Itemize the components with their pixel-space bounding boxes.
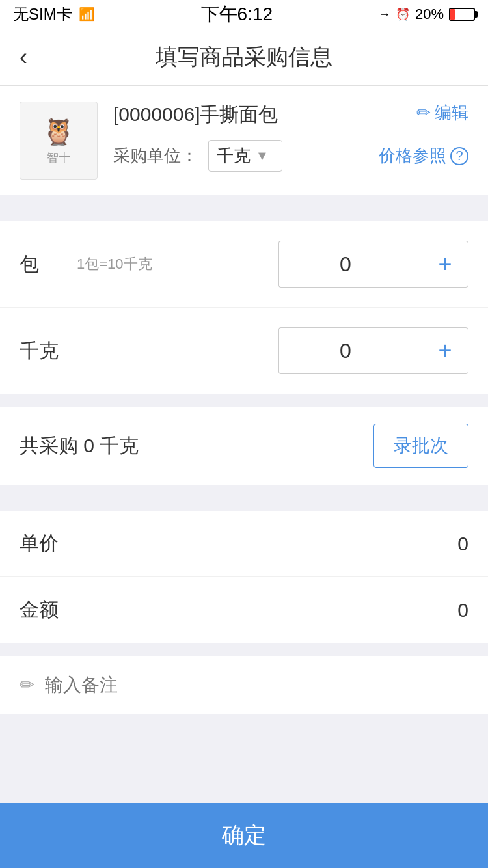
- unit-price-label: 单价: [20, 530, 59, 557]
- kg-input-group: +: [278, 327, 468, 374]
- price-ref-label: 价格参照: [379, 144, 446, 167]
- price-ref-help-icon: ?: [450, 147, 468, 165]
- edit-label: 编辑: [435, 102, 468, 124]
- product-owl-icon: 🦉: [42, 116, 75, 147]
- remark-pencil-icon: ✏: [20, 674, 34, 696]
- product-image: 🦉 智十: [20, 102, 98, 180]
- product-info: [0000006]手撕面包 ✏ 编辑 采购单位： 千克 ▼ 价格参照 ?: [113, 102, 468, 172]
- battery-text: 20%: [415, 6, 444, 23]
- remark-input[interactable]: [45, 675, 468, 696]
- separator-1: [0, 208, 488, 221]
- product-name: [0000006]手撕面包: [113, 102, 278, 128]
- alarm-icon: ⏰: [396, 7, 410, 21]
- confirm-button[interactable]: 确定: [0, 803, 488, 868]
- amount-row: 金额 0: [0, 577, 488, 643]
- kg-input[interactable]: [278, 327, 422, 374]
- batch-button[interactable]: 录批次: [373, 424, 468, 468]
- product-unit-row: 采购单位： 千克 ▼ 价格参照 ?: [113, 140, 468, 172]
- wifi-icon: 📶: [79, 7, 95, 22]
- product-card: 🦉 智十 [0000006]手撕面包 ✏ 编辑 采购单位： 千克 ▼ 价格参照 …: [0, 86, 488, 195]
- battery-icon: [449, 8, 475, 21]
- status-bar: 无SIM卡 📶 下午6:12 → ⏰ 20%: [0, 0, 488, 29]
- kg-plus-button[interactable]: +: [422, 327, 468, 374]
- unit-price-row: 单价 0: [0, 511, 488, 577]
- battery-fill: [450, 9, 455, 20]
- price-ref-button[interactable]: 价格参照 ?: [379, 144, 468, 167]
- bao-input[interactable]: [278, 241, 422, 288]
- status-right: → ⏰ 20%: [379, 6, 475, 23]
- bao-sub-label: 1包=10千克: [77, 254, 152, 274]
- bao-plus-button[interactable]: +: [422, 241, 468, 288]
- location-icon: →: [379, 8, 390, 21]
- page-title: 填写商品采购信息: [156, 42, 332, 72]
- unit-value: 千克: [217, 144, 251, 167]
- kg-row: 千克 +: [0, 308, 488, 394]
- unit-select[interactable]: 千克 ▼: [208, 140, 282, 172]
- unit-price-value: 0: [457, 533, 468, 555]
- amount-value: 0: [457, 599, 468, 621]
- product-header: [0000006]手撕面包 ✏ 编辑: [113, 102, 468, 128]
- bao-row: 包 1包=10千克 +: [0, 221, 488, 308]
- back-button[interactable]: ‹: [20, 44, 27, 71]
- time-label: 下午6:12: [201, 2, 273, 27]
- total-row: 共采购 0 千克 录批次: [0, 407, 488, 485]
- unit-label: 采购单位：: [113, 144, 198, 167]
- unit-select-arrow-icon: ▼: [256, 148, 269, 163]
- bao-input-group: +: [278, 241, 468, 288]
- kg-label: 千克: [20, 338, 72, 364]
- bao-label: 包: [20, 251, 72, 278]
- remark-section: ✏: [0, 656, 488, 714]
- product-img-label: 智十: [47, 150, 70, 165]
- total-text: 共采购 0 千克: [20, 433, 139, 459]
- quantity-form-section: 包 1包=10千克 + 千克 +: [0, 221, 488, 394]
- status-left: 无SIM卡 📶: [13, 4, 95, 25]
- edit-button[interactable]: ✏ 编辑: [416, 102, 468, 124]
- price-section: 单价 0 金额 0: [0, 511, 488, 643]
- nav-bar: ‹ 填写商品采购信息: [0, 29, 488, 86]
- carrier-label: 无SIM卡: [13, 4, 72, 25]
- amount-label: 金额: [20, 597, 59, 623]
- separator-2: [0, 498, 488, 511]
- edit-icon: ✏: [416, 103, 431, 123]
